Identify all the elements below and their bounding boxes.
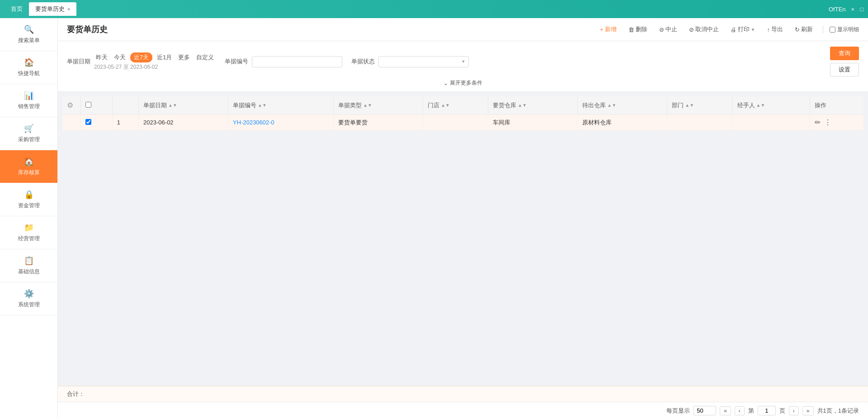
date-more[interactable]: 更多 — [176, 52, 192, 62]
table-area: ⚙ 单据日期 ▲▼ — [58, 92, 868, 386]
tab-close-icon[interactable]: × — [67, 6, 70, 12]
th-store-sort: ▲▼ — [441, 103, 450, 108]
status-filter: 单据状态 — [351, 56, 469, 67]
sidebar-item-quick-nav-label: 快捷导航 — [18, 70, 40, 77]
td-type: 要货单要货 — [334, 114, 423, 131]
date-filter-label: 单据日期 — [67, 57, 90, 66]
new-label: 新增 — [605, 25, 617, 33]
row-actions: ✏ ⋮ — [815, 118, 859, 127]
sidebar-item-purchase-mgmt[interactable]: 🛒 采购管理 — [0, 117, 57, 150]
cancel-stop-icon: ⊘ — [689, 26, 694, 33]
table-body: 1 2023-06-02 YH-20230602-0 要货单要货 车间库 原材料… — [62, 114, 863, 131]
window-maximize-icon[interactable]: □ — [860, 6, 863, 13]
row-checkbox[interactable] — [85, 119, 91, 125]
page-prev-button[interactable]: ‹ — [735, 406, 745, 415]
cancel-stop-label: 取消中止 — [695, 25, 719, 33]
display-cell-input[interactable] — [830, 27, 835, 33]
sidebar-item-search-menu[interactable]: 🔍 搜索菜单 — [0, 18, 57, 51]
print-label: 打印 — [738, 25, 750, 33]
th-date[interactable]: 单据日期 ▲▼ — [139, 96, 228, 114]
delete-icon: 🗑 — [628, 26, 634, 33]
sidebar-item-search-menu-label: 搜索菜单 — [18, 37, 40, 44]
status-label: 单据状态 — [351, 57, 375, 66]
cancel-stop-button[interactable]: ⊘ 取消中止 — [685, 24, 722, 35]
date-range-text: 2023-05-27 至 2023-06-02 — [94, 63, 216, 71]
order-no-input[interactable] — [252, 56, 342, 67]
table-settings-icon[interactable]: ⚙ — [67, 101, 73, 109]
status-select[interactable] — [378, 56, 469, 67]
td-no: YH-20230602-0 — [228, 114, 334, 131]
th-handler[interactable]: 经手人 ▲▼ — [732, 96, 810, 114]
page-size-label: 每页显示 — [666, 407, 690, 415]
header-actions: + 新增 🗑 删除 ⊘ 中止 ⊘ 取消中止 🖨 打印 — [596, 24, 859, 35]
delete-button[interactable]: 🗑 删除 — [625, 24, 651, 35]
header-row: ⚙ 单据日期 ▲▼ — [62, 96, 863, 114]
new-button[interactable]: + 新增 — [596, 24, 620, 35]
th-handler-sort: ▲▼ — [756, 103, 765, 108]
sales-mgmt-icon: 📊 — [24, 90, 34, 100]
sidebar-item-operations-mgmt[interactable]: 📁 经营管理 — [0, 216, 57, 249]
sidebar-item-inventory-label: 库存核算 — [18, 169, 40, 176]
sidebar-item-quick-nav[interactable]: 🏠 快捷导航 — [0, 51, 57, 84]
row-more-icon[interactable]: ⋮ — [824, 118, 831, 127]
stop-button[interactable]: ⊘ 中止 — [656, 24, 681, 35]
sidebar-item-system-mgmt[interactable]: ⚙️ 系统管理 — [0, 282, 57, 315]
stop-label: 中止 — [665, 25, 677, 33]
expand-more-icon: ⌄ — [443, 80, 448, 86]
basic-info-icon: 📋 — [24, 256, 34, 266]
date-yesterday[interactable]: 昨天 — [94, 52, 109, 62]
th-pending-warehouse[interactable]: 待出仓库 ▲▼ — [578, 96, 667, 114]
export-button[interactable]: ↑ 导出 — [764, 24, 787, 35]
th-type[interactable]: 单据类型 ▲▼ — [334, 96, 423, 114]
th-store[interactable]: 门店 ▲▼ — [423, 96, 488, 114]
display-cell-checkbox[interactable]: 显示明细 — [830, 26, 859, 33]
select-all-checkbox[interactable] — [85, 102, 91, 108]
sidebar-item-basic-info[interactable]: 📋 基础信息 — [0, 249, 57, 282]
th-pending-warehouse-sort: ▲▼ — [607, 103, 616, 108]
td-settings — [62, 114, 80, 131]
date-today[interactable]: 今天 — [112, 52, 127, 62]
query-button[interactable]: 查询 — [830, 47, 859, 60]
page-last-button[interactable]: » — [802, 406, 814, 415]
date-last1month[interactable]: 近1月 — [155, 52, 174, 62]
page-next-button[interactable]: › — [789, 406, 799, 415]
sidebar-item-sales-mgmt[interactable]: 📊 销售管理 — [0, 84, 57, 117]
divider — [823, 26, 823, 33]
print-button[interactable]: 🖨 打印 ▼ — [727, 24, 759, 35]
date-filter: 单据日期 昨天 今天 近7天 近1月 更多 自定义 2023-05-27 至 2… — [67, 52, 216, 71]
page-size-select[interactable]: 50 10 20 100 — [693, 406, 716, 415]
page-label: 第 — [748, 407, 754, 415]
data-table: ⚙ 单据日期 ▲▼ — [62, 96, 863, 131]
window-close-icon[interactable]: × — [851, 6, 855, 13]
row-edit-icon[interactable]: ✏ — [815, 118, 821, 127]
date-last7days[interactable]: 近7天 — [130, 52, 152, 62]
th-req-warehouse[interactable]: 要货仓库 ▲▼ — [488, 96, 578, 114]
top-bar-right: OfTEn × □ — [829, 6, 863, 13]
print-dropdown-icon: ▼ — [751, 27, 755, 32]
sidebar-item-sales-mgmt-label: 销售管理 — [18, 103, 40, 110]
th-index — [112, 96, 138, 114]
th-dept[interactable]: 部门 ▲▼ — [667, 96, 732, 114]
page-input[interactable] — [758, 406, 776, 415]
date-shortcuts: 昨天 今天 近7天 近1月 更多 自定义 — [94, 52, 216, 62]
sidebar-item-finance-mgmt[interactable]: 🔒 资金管理 — [0, 183, 57, 216]
th-dept-sort: ▲▼ — [685, 103, 694, 108]
tab-home[interactable]: 首页 — [5, 2, 29, 16]
expand-more-button[interactable]: ⌄ 展开更多条件 — [443, 79, 482, 87]
date-shortcuts-container: 昨天 今天 近7天 近1月 更多 自定义 2023-05-27 至 2023-0… — [94, 52, 216, 71]
td-no-link[interactable]: YH-20230602-0 — [233, 119, 274, 126]
date-custom[interactable]: 自定义 — [194, 52, 216, 62]
setting-button[interactable]: 设置 — [830, 63, 859, 76]
sidebar-item-finance-mgmt-label: 资金管理 — [18, 202, 40, 210]
th-checkbox — [80, 96, 112, 114]
th-no[interactable]: 单据编号 ▲▼ — [228, 96, 334, 114]
print-icon: 🖨 — [731, 26, 736, 33]
tab-requisition-history[interactable]: 要货单历史 × — [29, 2, 76, 16]
td-date: 2023-06-02 — [139, 114, 228, 131]
sidebar-item-inventory[interactable]: 🏠 库存核算 — [0, 150, 57, 183]
th-date-sort: ▲▼ — [168, 103, 177, 108]
finance-mgmt-icon: 🔒 — [24, 190, 34, 200]
page-first-button[interactable]: « — [720, 406, 731, 415]
refresh-button[interactable]: ↻ 刷新 — [791, 24, 816, 35]
tab-requisition-label: 要货单历史 — [35, 5, 65, 13]
